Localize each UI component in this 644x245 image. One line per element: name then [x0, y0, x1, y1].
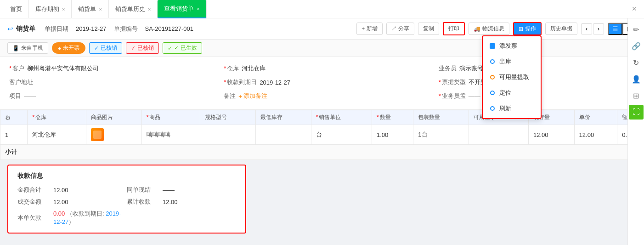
refresh-item[interactable]: 刷新: [483, 101, 541, 116]
logistics-button[interactable]: 🚚 物流信息: [469, 23, 509, 35]
effective-button[interactable]: ✓ ✓ 已生效: [163, 42, 202, 54]
owed-value: 0.00 （收款到期日: 2019-12-27）: [53, 210, 127, 226]
cumulative-value: 12.00: [163, 199, 178, 205]
row-available: [469, 125, 528, 145]
owed-suffix: （收款到期日:: [67, 210, 106, 217]
list-view-button[interactable]: ☰: [608, 23, 622, 35]
expand-icon[interactable]: ⛶: [629, 105, 644, 120]
close-tab-sales[interactable]: ×: [99, 6, 102, 12]
next-button[interactable]: ›: [593, 23, 604, 34]
link-icon[interactable]: 🔗: [629, 39, 644, 53]
refresh-icon[interactable]: ↻: [629, 55, 644, 70]
address-value: ——: [36, 79, 48, 86]
phone-icon: 📱: [12, 45, 19, 51]
tab-inventory-init[interactable]: 库存期初 ×: [29, 0, 72, 18]
customer-label: 客户: [9, 64, 24, 73]
close-tab-view[interactable]: ×: [197, 6, 199, 11]
new-button[interactable]: + 新增: [356, 23, 382, 35]
subtotal-row: 小计: [0, 145, 644, 160]
same-order-label: 同单现结: [127, 186, 159, 194]
payment-date-value: 2019-12-27: [260, 79, 290, 86]
cumulative-label: 累计收款: [127, 198, 159, 206]
close-tab-history[interactable]: ×: [148, 6, 151, 12]
edit-icon[interactable]: ✏: [629, 22, 644, 37]
available-icon: [489, 74, 496, 80]
tab-sales-history[interactable]: 销货单历史 ×: [109, 0, 158, 18]
row-sales-unit: 台: [311, 125, 372, 145]
form-area: 客户 柳州粤港平安气体有限公司 仓库 河北仓库 业务员 演示账号 客户地址 ——…: [0, 57, 644, 110]
nav-arrows: ‹ ›: [581, 23, 604, 34]
row-no: 1: [0, 125, 28, 145]
deal-amount-value: 12.00: [53, 199, 68, 205]
add-invoice-item[interactable]: 添发票: [483, 38, 541, 54]
payment-row-5: 本单欠款 0.00 （收款到期日: 2019-12-27）: [17, 210, 127, 226]
right-panel: ✏ 🔗 ↻ 👤 ⊞ ⛶: [627, 18, 644, 238]
print-button[interactable]: 打印: [443, 22, 465, 35]
note-label: 备注: [224, 92, 236, 100]
total-label: 金额合计: [17, 186, 50, 194]
user-icon[interactable]: 👤: [629, 72, 644, 86]
operations-wrapper: ⊞ 操作 添发票 出库 可用量提取 定位: [513, 22, 542, 35]
settings-icon[interactable]: ⚙: [5, 114, 11, 121]
outbound-item[interactable]: 出库: [483, 54, 541, 69]
tab-home[interactable]: 首页: [4, 0, 29, 18]
row-product-img: [86, 125, 142, 145]
available-qty-item[interactable]: 可用量提取: [483, 69, 541, 85]
payment-date-field: 收款到期日 2019-12-27: [224, 78, 420, 86]
customer-field: 客户 柳州粤港平安气体有限公司: [9, 64, 205, 73]
warehouse-col: 仓库: [28, 110, 86, 125]
payment-row-4: 累计收款 12.00: [127, 198, 236, 206]
payment-row-1: 金额合计 12.00: [17, 186, 127, 194]
min-stock-col: 最低库存: [256, 110, 311, 125]
row-product: 嘻嘻嘻嘻: [141, 125, 200, 145]
subtotal-label: 小计: [0, 145, 644, 160]
circle-icon: ●: [58, 45, 61, 51]
spec-col: 规格型号: [200, 110, 256, 125]
tab-view-sales[interactable]: 查看销货单 ×: [158, 0, 206, 18]
project-label: 项目: [9, 92, 21, 100]
sales-unit-col: 销售单位: [311, 110, 372, 125]
from-phone-button[interactable]: 📱 来自手机: [7, 42, 48, 54]
date-value: 2019-12-27: [76, 25, 107, 32]
share-button[interactable]: ↗ 分享: [386, 23, 414, 35]
table-icon[interactable]: ⊞: [629, 88, 644, 103]
owed-label: 本单欠款: [17, 214, 50, 222]
product-img-col: 商品图片: [86, 110, 142, 125]
payment-row-3: 成交金额 12.00: [17, 198, 127, 206]
employee-label: 业务员: [439, 64, 457, 73]
docno-label: 单据编号: [114, 25, 138, 33]
qty-col: 数量: [372, 110, 413, 125]
table-area: ⚙ 仓库 商品图片 商品 规格型号 最低库存 销售单位 数量 包装数量 可用量 …: [0, 110, 644, 160]
warehouse-value: 河北仓库: [242, 64, 266, 73]
project-value: ——: [24, 93, 36, 100]
cancelled-button[interactable]: ✓ 已核销: [126, 42, 159, 54]
operations-button[interactable]: ⊞ 操作: [513, 22, 542, 35]
same-order-value: ——: [163, 187, 175, 194]
operations-dropdown: 添发票 出库 可用量提取 定位 刷新: [482, 35, 542, 119]
refresh-dropdown-icon: [489, 105, 496, 112]
not-opened-button[interactable]: ● 未开票: [52, 42, 85, 54]
customer-value: 柳州粤港平安气体有限公司: [27, 64, 99, 73]
copy-button[interactable]: 复制: [418, 23, 439, 35]
tab-bar: 首页 库存期初 × 销货单 × 销货单历史 × 查看销货单 × ×: [0, 0, 644, 18]
add-invoice-icon: [489, 43, 496, 49]
truck-icon: 🚚: [474, 26, 480, 32]
project-field: 项目 ——: [9, 92, 205, 100]
employee2-value: ——: [469, 93, 480, 100]
prev-button[interactable]: ‹: [581, 23, 592, 34]
deal-amount-label: 成交金额: [17, 198, 50, 206]
done-button[interactable]: ✓ 已核销: [89, 42, 122, 54]
add-note-button[interactable]: 添加备注: [238, 92, 267, 100]
warehouse-label: 仓库: [224, 64, 239, 73]
product-col: 商品: [141, 110, 200, 125]
locate-item[interactable]: 定位: [483, 85, 541, 101]
payment-grid: 金额合计 12.00 同单现结 —— 成交金额 12.00 累计收款 12.00…: [17, 186, 236, 226]
invoice-type-label: 票据类型: [439, 78, 466, 86]
locate-icon: [489, 90, 496, 96]
data-table: ⚙ 仓库 商品图片 商品 规格型号 最低库存 销售单位 数量 包装数量 可用量 …: [0, 110, 644, 160]
close-tab-inventory[interactable]: ×: [62, 6, 65, 12]
doc-icon: ↩: [7, 25, 13, 33]
tab-sales-order[interactable]: 销货单 ×: [72, 0, 108, 18]
window-close-button[interactable]: ×: [628, 4, 640, 14]
history-button[interactable]: 历史单据: [545, 23, 577, 35]
